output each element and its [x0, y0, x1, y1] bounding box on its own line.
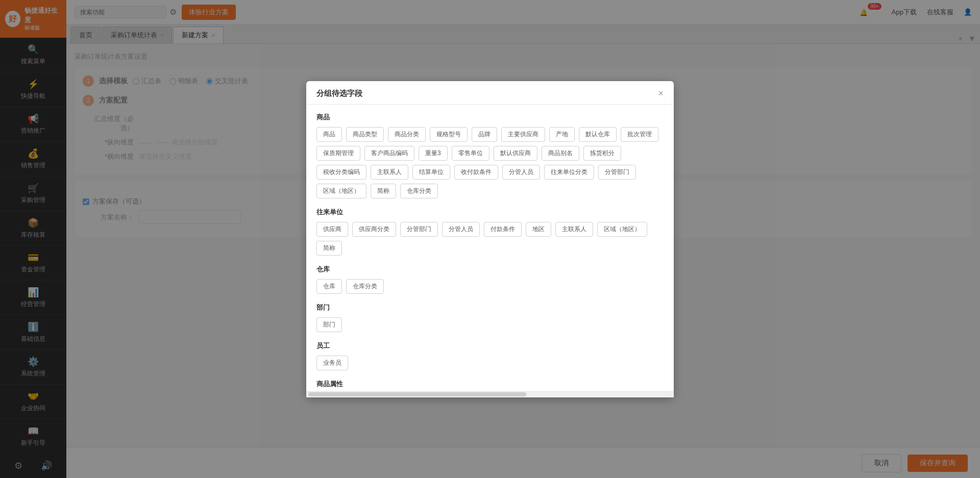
- modal-close-button[interactable]: ×: [658, 88, 664, 99]
- field-tag-button[interactable]: 仓库分类: [400, 184, 438, 198]
- modal-title: 分组待选字段: [316, 89, 362, 98]
- field-tag-button[interactable]: 往来单位分类: [544, 165, 594, 180]
- modal-header: 分组待选字段 ×: [306, 81, 674, 105]
- field-tag-row: 部门: [316, 317, 664, 332]
- field-tag-button[interactable]: 分管部门: [598, 165, 636, 180]
- field-tag-row: 供应商供应商分类分管部门分管人员付款条件地区主联系人区域（地区）简称: [316, 222, 664, 256]
- field-tag-row: 业务员: [316, 356, 664, 370]
- field-tag-button[interactable]: 供应商分类: [352, 222, 396, 237]
- field-select-modal: 分组待选字段 × 商品商品商品类型商品分类规格型号品牌主要供应商产地默认仓库批次…: [306, 81, 674, 397]
- modal-body: 商品商品商品类型商品分类规格型号品牌主要供应商产地默认仓库批次管理保质期管理客户…: [306, 105, 674, 391]
- field-tag-button[interactable]: 默认供应商: [494, 146, 537, 161]
- field-section-员工: 员工业务员: [316, 341, 664, 370]
- field-tag-button[interactable]: 零售单位: [452, 146, 489, 161]
- field-tag-button[interactable]: 仓库: [316, 279, 342, 294]
- field-tag-button[interactable]: 区域（地区）: [597, 222, 647, 237]
- section-title: 部门: [316, 303, 664, 312]
- field-tag-row: 仓库仓库分类: [316, 279, 664, 294]
- field-tag-button[interactable]: 分管人员: [502, 165, 540, 180]
- field-tag-button[interactable]: 付款条件: [484, 222, 522, 237]
- field-tag-button[interactable]: 商品类型: [346, 127, 384, 142]
- hscrollbar-thumb[interactable]: [308, 392, 526, 396]
- field-tag-button[interactable]: 业务员: [316, 356, 348, 370]
- field-tag-button[interactable]: 保质期管理: [316, 146, 360, 161]
- section-title: 员工: [316, 341, 664, 350]
- field-tag-button[interactable]: 主要供应商: [501, 127, 545, 142]
- field-section-商品属性: 商品属性属性颜色多规格尺码鞋码1: [316, 380, 664, 391]
- field-tag-button[interactable]: 部门: [316, 317, 342, 332]
- field-tag-button[interactable]: 品牌: [472, 127, 497, 142]
- modal-horizontal-scrollbar[interactable]: [306, 391, 674, 397]
- field-tag-button[interactable]: 简称: [316, 241, 342, 256]
- field-tag-button[interactable]: 默认仓库: [579, 127, 617, 142]
- field-tag-button[interactable]: 主联系人: [555, 222, 593, 237]
- field-tag-button[interactable]: 分管部门: [400, 222, 438, 237]
- section-title: 商品: [316, 113, 664, 122]
- field-tag-button[interactable]: 收付款条件: [454, 165, 498, 180]
- field-section-商品: 商品商品商品类型商品分类规格型号品牌主要供应商产地默认仓库批次管理保质期管理客户…: [316, 113, 664, 198]
- field-tag-button[interactable]: 供应商: [316, 222, 348, 237]
- field-section-部门: 部门部门: [316, 303, 664, 332]
- field-tag-button[interactable]: 规格型号: [430, 127, 468, 142]
- field-tag-button[interactable]: 产地: [549, 127, 575, 142]
- field-tag-button[interactable]: 地区: [526, 222, 551, 237]
- field-tag-button[interactable]: 商品别名: [542, 146, 579, 161]
- section-title: 仓库: [316, 265, 664, 274]
- section-title: 商品属性: [316, 380, 664, 389]
- field-tag-button[interactable]: 区域（地区）: [316, 184, 366, 198]
- field-tag-button[interactable]: 拣货积分: [583, 146, 621, 161]
- field-tag-button[interactable]: 商品: [316, 127, 342, 142]
- field-tag-row: 商品商品类型商品分类规格型号品牌主要供应商产地默认仓库批次管理保质期管理客户商品…: [316, 127, 664, 198]
- field-tag-button[interactable]: 客户商品编码: [364, 146, 414, 161]
- field-tag-button[interactable]: 仓库分类: [346, 279, 384, 294]
- field-section-仓库: 仓库仓库仓库分类: [316, 265, 664, 294]
- field-tag-button[interactable]: 主联系人: [371, 165, 408, 180]
- field-tag-button[interactable]: 简称: [371, 184, 396, 198]
- field-tag-button[interactable]: 结算单位: [412, 165, 450, 180]
- field-section-往来单位: 往来单位供应商供应商分类分管部门分管人员付款条件地区主联系人区域（地区）简称: [316, 208, 664, 256]
- field-tag-button[interactable]: 批次管理: [621, 127, 658, 142]
- field-tag-button[interactable]: 分管人员: [442, 222, 480, 237]
- field-tag-button[interactable]: 商品分类: [388, 127, 426, 142]
- field-tag-button[interactable]: 税收分类编码: [316, 165, 366, 180]
- field-tag-button[interactable]: 重量3: [419, 146, 448, 161]
- section-title: 往来单位: [316, 208, 664, 217]
